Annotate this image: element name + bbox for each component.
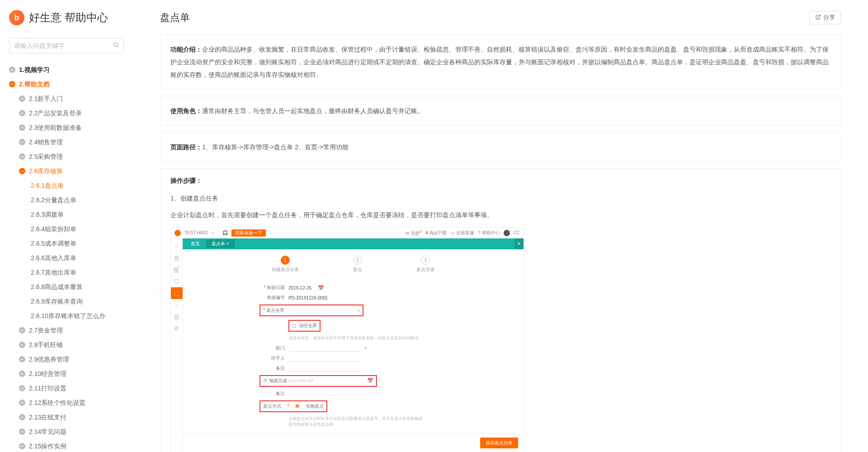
plus-icon: + xyxy=(19,414,25,420)
plus-icon: + xyxy=(19,124,25,131)
shot-user: CC xyxy=(514,230,520,235)
nav-2-6-9[interactable]: 2.6.9库存账本查询 xyxy=(31,294,124,309)
plus-icon: + xyxy=(19,139,25,145)
nav-2-10[interactable]: +2.10经营管理 xyxy=(19,366,124,381)
nav-2-13[interactable]: +2.13在线支付 xyxy=(19,410,124,424)
role-label: 使用角色： xyxy=(170,107,202,114)
shot-wizard: 1创建盘点任务 2盘点 3盘点完成 xyxy=(183,249,524,276)
side-cart-icon: 🛒 xyxy=(171,264,183,276)
shot-link-msg: ✉ 消息0 xyxy=(406,229,421,237)
embedded-screenshot: TEST-H002 ▾ | 🎧 我要体验一下 ✉ 消息0 ⬇ App下载 ☺ 在… xyxy=(170,227,524,452)
input-remark xyxy=(288,365,361,371)
wizard-step-1: 1 xyxy=(281,256,290,265)
side-report-icon: ▤ xyxy=(171,311,183,323)
plus-icon: + xyxy=(19,428,25,435)
nav-2-8[interactable]: +2.8手机旺铺 xyxy=(19,338,124,352)
side-home-icon: ⌂ xyxy=(171,240,183,252)
highlight-deadline: ⏱ 预期完成 yyyy-mm-dd📅 xyxy=(259,375,377,387)
label-remark: 备注 xyxy=(259,365,285,371)
share-button[interactable]: 分享 xyxy=(809,11,841,24)
input-dept xyxy=(288,345,361,352)
shot-tabbar: 首页 盘点单 × × xyxy=(183,238,524,249)
nav-2-6-1[interactable]: 2.6.1盘点单 xyxy=(31,178,124,193)
label-person: 经手人 xyxy=(259,355,285,362)
value-code: PD-20191226-0001 xyxy=(288,295,328,300)
label-date: 单据日期 xyxy=(259,285,285,291)
note-mode: 实物盘点时可以即时录入实际盘点数量并记录盈亏，也可先录入然后再根据盈亏数据录入系… xyxy=(288,416,424,428)
shot-tab-home: 首页 xyxy=(185,239,205,248)
shot-tenant: TEST-H002 xyxy=(184,230,208,235)
sidebar: b 好生意 帮助中心 +1.视频学习 −2.帮助文档 +2.1新手入门 +2.2… xyxy=(0,0,133,452)
label-remark2: 备注 xyxy=(259,390,285,397)
shot-tab-current: 盘点单 × xyxy=(206,239,235,248)
nav-2-6-6[interactable]: 2.6.6其他入库单 xyxy=(31,251,124,265)
brand-row: b 好生意 帮助中心 xyxy=(9,10,124,25)
role-text: 通常由财务主导，与仓管人员一起实地盘点，最终由财务人员确认盈亏并记账。 xyxy=(202,107,424,114)
side-box-icon: ☐ xyxy=(171,276,183,287)
side-doc-icon: ▤ xyxy=(171,252,183,264)
side-settings-icon: ⚙ xyxy=(171,323,183,334)
nav-2-1[interactable]: +2.1新手入门 xyxy=(19,91,124,106)
nav-2-4[interactable]: +2.4销售管理 xyxy=(19,135,124,149)
intro-label: 功能介绍： xyxy=(170,46,202,53)
step-1-body: 企业计划盘点时，首先需要创建一个盘点任务，用于确定盘点仓库，仓库是否要冻结，是否… xyxy=(170,209,830,221)
nav-2-3[interactable]: +2.3使用前数据准备 xyxy=(19,120,124,135)
steps-heading: 操作步骤： xyxy=(170,177,830,185)
headset-icon: 🎧 xyxy=(222,230,228,235)
close-icon: × xyxy=(514,238,524,249)
content: 盘点单 分享 功能介绍：企业的商品品种多、收发频繁，在日常商品收发、保管过程中，… xyxy=(133,0,868,452)
minus-icon: − xyxy=(9,81,15,87)
plus-icon: + xyxy=(19,371,25,377)
nav-2-2[interactable]: +2.2产品安装及登录 xyxy=(19,106,124,120)
nav-2-11[interactable]: +2.11打印设置 xyxy=(19,381,124,395)
nav-2-6[interactable]: −2.6库存核算 xyxy=(19,164,124,178)
shot-sidebar: ⌂ ▤ 🛒 ☐ ⬚ ⌂ ▤ ⚙ xyxy=(171,238,183,452)
highlight-freeze: ☐ 冻结仓库 xyxy=(288,320,321,332)
path-text: 1、库存核算->库存管理->盘点单 2、首页->常用功能 xyxy=(202,143,349,151)
nav-2-15[interactable]: +2.15操作实例 xyxy=(19,439,124,452)
step-1-title: 1、创建盘点任务 xyxy=(170,192,830,205)
label-dept: 部门 xyxy=(259,345,285,352)
nav-2-6-5[interactable]: 2.6.5成本调整单 xyxy=(31,236,124,251)
shot-trial-button: 我要体验一下 xyxy=(231,229,266,237)
plus-icon: + xyxy=(19,443,25,449)
nav-video[interactable]: +1.视频学习 xyxy=(9,62,124,77)
search-input[interactable] xyxy=(9,38,124,53)
plus-icon: + xyxy=(19,400,25,406)
nav-2-6-3[interactable]: 2.6.3调拨单 xyxy=(31,207,124,222)
shot-link-help: ? 帮助中心 xyxy=(478,230,500,236)
label-code: 单据编号 xyxy=(259,295,285,301)
shot-form: 单据日期2019-12-26📅 单据编号PD-20191226-0001 * 盘… xyxy=(183,276,524,433)
nav-2-6-10[interactable]: 2.6.10库存账本错了怎么办 xyxy=(31,309,124,323)
highlight-mode: 盘点方式* 实物盘点 xyxy=(259,400,327,412)
plus-icon: + xyxy=(19,385,25,391)
nav-2-6-7[interactable]: 2.6.7其他出库单 xyxy=(31,265,124,280)
plus-icon: + xyxy=(9,67,15,73)
chevron-down-icon: ▾ xyxy=(364,346,367,351)
chevron-down-icon: ▾ xyxy=(358,308,360,313)
search-wrap xyxy=(9,38,124,53)
value-date: 2019-12-26 xyxy=(288,285,311,290)
title-row: 盘点单 分享 xyxy=(160,11,841,24)
calendar-icon: 📅 xyxy=(367,378,373,384)
nav-2-6-2[interactable]: 2.6.2分量盘点单 xyxy=(31,193,124,207)
nav-2-12[interactable]: +2.12系统个性化设置 xyxy=(19,395,124,410)
nav-2-14[interactable]: +2.14常见问题 xyxy=(19,424,124,439)
plus-icon: + xyxy=(19,110,25,116)
nav-2-5[interactable]: +2.5采购管理 xyxy=(19,149,124,164)
nav-2-9[interactable]: +2.9优惠券管理 xyxy=(19,352,124,366)
nav-docs[interactable]: −2.帮助文档 xyxy=(9,77,124,91)
nav-2-7[interactable]: +2.7资金管理 xyxy=(19,323,124,338)
radio-icon xyxy=(295,404,299,408)
plus-icon: + xyxy=(19,327,25,333)
plus-icon: + xyxy=(19,342,25,348)
nav-2-6-4[interactable]: 2.6.4组装拆卸单 xyxy=(31,222,124,236)
role-card: 使用角色：通常由财务主导，与仓管人员一起实地盘点，最终由财务人员确认盈亏并记账。 xyxy=(160,96,841,126)
mini-logo-icon xyxy=(175,230,181,236)
nav-2-6-8[interactable]: 2.6.8商品成本重算 xyxy=(31,280,124,294)
input-person xyxy=(288,355,361,362)
share-icon xyxy=(815,14,821,21)
path-label: 页面路径： xyxy=(170,143,202,151)
wizard-step-3: 3 xyxy=(421,256,430,265)
side-store-icon: ⌂ xyxy=(171,299,183,311)
